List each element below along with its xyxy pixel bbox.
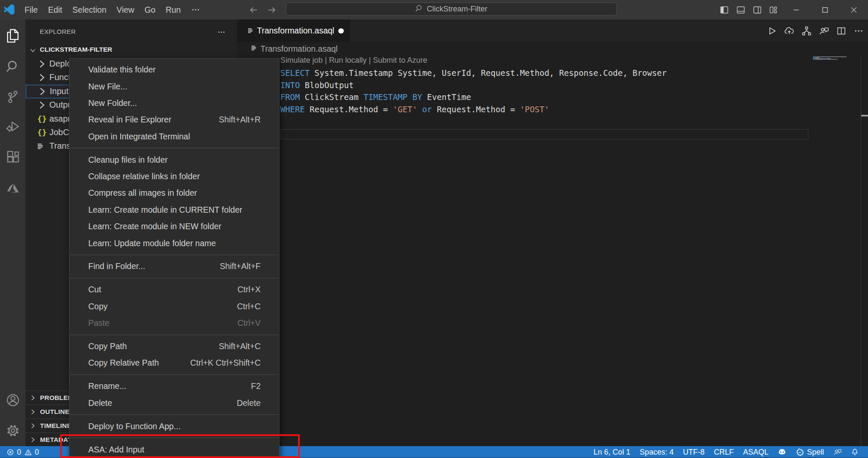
- menubar-item-more[interactable]: [186, 5, 205, 14]
- command-center-search[interactable]: ClickStream-Filter: [286, 3, 617, 16]
- breadcrumb[interactable]: Transformation.asaql: [237, 42, 868, 56]
- menu-item-collapse-relative-links-in-folder[interactable]: Collapse relative links in folder: [69, 168, 279, 185]
- menu-item-open-in-integrated-terminal[interactable]: Open in Integrated Terminal: [69, 128, 279, 145]
- arrow-back-icon[interactable]: [249, 5, 259, 15]
- menu-item-label: Copy Relative Path: [88, 358, 159, 368]
- chevron-right-icon: [29, 408, 36, 417]
- menu-item-cut[interactable]: CutCtrl+X: [69, 281, 279, 298]
- menu-item-learn-create-module-in-new-folder[interactable]: Learn: Create module in NEW folder: [69, 218, 279, 235]
- menu-item-new-file[interactable]: New File...: [69, 78, 279, 94]
- menu-item-validate-this-folder[interactable]: Validate this folder: [69, 61, 279, 78]
- activity-manage[interactable]: [0, 416, 25, 445]
- layout-customize-icon[interactable]: [769, 6, 778, 14]
- editor-content[interactable]: Simulate job | Run locally | Submit to A…: [237, 56, 868, 446]
- menubar-item-run[interactable]: Run: [160, 0, 186, 19]
- status-notifications[interactable]: [846, 446, 863, 458]
- menu-item-shortcut: Ctrl+V: [238, 318, 261, 328]
- menubar-item-view[interactable]: View: [111, 0, 139, 19]
- status-warnings[interactable]: 0: [25, 446, 39, 458]
- menu-item-shortcut: Delete: [237, 398, 260, 408]
- menu-item-shortcut: Shift+Alt+F: [220, 261, 260, 271]
- activity-search[interactable]: [0, 51, 25, 81]
- status-eol[interactable]: CRLF: [709, 446, 738, 458]
- current-line-highlight: [280, 129, 808, 139]
- status-feedback[interactable]: [829, 446, 846, 458]
- menu-separator: [70, 335, 279, 335]
- feedback-icon: [833, 448, 842, 456]
- menubar-item-edit[interactable]: Edit: [43, 0, 67, 19]
- menu-item-reveal-in-file-explorer[interactable]: Reveal in File ExplorerShift+Alt+R: [69, 111, 279, 128]
- code-token: 'GET': [393, 105, 417, 114]
- run-button[interactable]: [766, 25, 778, 37]
- close-icon[interactable]: [839, 0, 868, 19]
- menu-item-label: Rename...: [88, 381, 127, 391]
- status-indentation[interactable]: Spaces: 4: [635, 446, 678, 458]
- menu-item-compress-all-images-in-folder[interactable]: Compress all images in folder: [69, 185, 279, 201]
- bell-icon: [851, 448, 859, 456]
- activity-extensions[interactable]: [0, 142, 25, 172]
- menu-item-paste[interactable]: PasteCtrl+V: [69, 315, 279, 331]
- menu-item-learn-update-module-folder-name[interactable]: Learn: Update module folder name: [69, 235, 279, 251]
- menu-item-learn-create-module-in-current-folder[interactable]: Learn: Create module in CURRENT folder: [69, 202, 279, 218]
- status-cursor-position[interactable]: Ln 6, Col 1: [589, 446, 635, 458]
- arrow-forward-icon[interactable]: [267, 5, 276, 15]
- menu-bar: FileEditSelectionViewGoRun: [19, 0, 205, 19]
- split-editor-button[interactable]: [835, 25, 847, 37]
- code-line: FROM ClickStream TIMESTAMP BY EventTime: [280, 92, 667, 104]
- menu-item-delete[interactable]: DeleteDelete: [69, 395, 279, 411]
- menu-item-deploy-to-function-app[interactable]: Deploy to Function App...: [69, 418, 279, 434]
- status-spell-checker[interactable]: Spell: [791, 446, 829, 458]
- status-copilot[interactable]: [773, 446, 791, 458]
- menu-item-label: Compress all images in folder: [88, 188, 197, 198]
- menu-item-new-folder[interactable]: New Folder...: [69, 95, 279, 111]
- menubar-item-selection[interactable]: Selection: [67, 0, 111, 19]
- activity-azure[interactable]: [0, 173, 25, 203]
- submit-to-azure-button[interactable]: [783, 25, 795, 37]
- code-token: Request.Method =: [305, 105, 393, 114]
- activity-accounts[interactable]: [0, 385, 25, 415]
- menu-item-cleanup-files-in-folder[interactable]: Cleanup files in folder: [69, 151, 279, 168]
- menu-item-find-in-folder[interactable]: Find in Folder...Shift+Alt+F: [69, 258, 279, 275]
- job-diagram-button[interactable]: [801, 25, 813, 37]
- menu-item-shortcut: F2: [251, 381, 261, 391]
- feedback-button[interactable]: [818, 25, 830, 37]
- menu-item-label: Find in Folder...: [88, 261, 145, 271]
- modified-dot-icon[interactable]: [338, 28, 344, 34]
- chevron-right-icon: [36, 86, 47, 97]
- menu-item-copy-relative-path[interactable]: Copy Relative PathCtrl+K Ctrl+Shift+C: [69, 355, 279, 371]
- menu-item-label: Collapse relative links in folder: [88, 172, 200, 181]
- menu-separator: [70, 255, 279, 255]
- title-bar: FileEditSelectionViewGoRun ClickStream-F…: [0, 0, 868, 19]
- layout-sidebar-icon[interactable]: [720, 6, 729, 14]
- activity-explorer[interactable]: [0, 21, 25, 51]
- activity-source-control[interactable]: [0, 82, 25, 111]
- tab-transformation[interactable]: Transformation.asaql: [237, 19, 350, 42]
- maximize-icon[interactable]: [810, 0, 839, 19]
- layout-secondary-sidebar-icon[interactable]: [753, 6, 762, 14]
- menu-item-copy[interactable]: CopyCtrl+C: [69, 298, 279, 315]
- menu-separator: [70, 278, 279, 278]
- overview-ruler-cursor: [861, 115, 868, 117]
- context-menu: Validate this folderNew File...New Folde…: [69, 58, 279, 458]
- spell-icon: [796, 448, 804, 456]
- more-actions-button[interactable]: [853, 25, 865, 37]
- status-errors[interactable]: 0: [7, 446, 21, 458]
- status-encoding[interactable]: UTF-8: [678, 446, 709, 458]
- chevron-right-icon: [36, 58, 47, 69]
- menubar-item-file[interactable]: File: [19, 0, 43, 19]
- menubar-item-go[interactable]: Go: [139, 0, 160, 19]
- menu-separator: [70, 414, 279, 415]
- minimize-icon[interactable]: [782, 0, 810, 19]
- menu-item-copy-path[interactable]: Copy PathShift+Alt+C: [69, 338, 279, 355]
- menu-separator: [70, 148, 279, 148]
- codelens-links[interactable]: Simulate job | Run locally | Submit to A…: [280, 56, 427, 65]
- status-language-mode[interactable]: ASAQL: [738, 446, 773, 458]
- menu-item-label: Open in Integrated Terminal: [88, 132, 190, 142]
- minimap[interactable]: [813, 56, 864, 61]
- menu-item-label: Paste: [88, 318, 110, 328]
- layout-panel-icon[interactable]: [736, 6, 745, 14]
- menu-item-label: Delete: [88, 398, 112, 408]
- code-token: 'POST': [520, 105, 549, 114]
- activity-run-and-debug[interactable]: [0, 111, 25, 141]
- menu-item-rename[interactable]: Rename...F2: [69, 378, 279, 394]
